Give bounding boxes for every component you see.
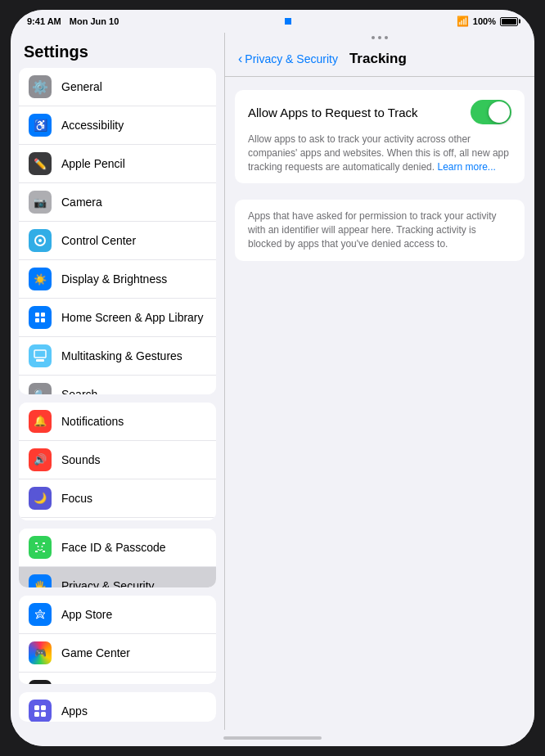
sidebar-item-camera[interactable]: 📷 Camera (19, 183, 216, 222)
privacy-security-icon: 🖐 (29, 574, 52, 587)
svg-rect-4 (35, 318, 39, 322)
display-label: Display & Brightness (61, 272, 167, 286)
sidebar-item-app-store[interactable]: A App Store (19, 596, 216, 634)
back-label: Privacy & Security (245, 52, 338, 65)
general-icon: ⚙️ (29, 75, 52, 98)
svg-rect-18 (41, 712, 46, 717)
sidebar-section-2: 🔔 Notifications 🔊 Sounds 🌙 Focus ⏱ Scree… (19, 403, 216, 521)
sidebar-item-display[interactable]: ☀️ Display & Brightness (19, 260, 216, 299)
apps-icon (29, 700, 52, 722)
game-center-label: Game Center (61, 646, 130, 659)
allow-tracking-toggle[interactable] (471, 100, 511, 124)
toggle-knob (489, 101, 510, 123)
notifications-label: Notifications (61, 415, 124, 428)
focus-icon: 🌙 (29, 487, 52, 510)
right-panel: ‹ Privacy & Security Tracking Allow Apps… (225, 33, 534, 730)
status-right: 📶 100% (457, 16, 518, 27)
sidebar-item-control-center[interactable]: Control Center (19, 222, 216, 260)
svg-rect-15 (34, 705, 39, 710)
back-button[interactable]: ‹ Privacy & Security (238, 52, 338, 66)
svg-point-12 (38, 546, 39, 547)
battery-fill (502, 19, 516, 25)
sidebar-item-wallet[interactable]: 💳 Wallet & Apple Pay (19, 673, 216, 684)
svg-rect-3 (41, 313, 45, 317)
sidebar-section-1: ⚙️ General ♿ Accessibility ✏️ Apple Penc… (19, 68, 216, 394)
home-screen-icon (29, 306, 52, 329)
game-center-icon: 🎮 (29, 641, 52, 664)
camera-icon: 📷 (29, 191, 52, 214)
control-center-label: Control Center (61, 234, 136, 247)
sidebar: Settings ⚙️ General ♿ Accessibility ✏️ A… (11, 33, 225, 730)
search-label: Search (61, 388, 97, 394)
sidebar-item-face-id[interactable]: Face ID & Passcode (19, 529, 216, 567)
sidebar-item-game-center[interactable]: 🎮 Game Center (19, 634, 216, 673)
battery-percent: 100% (473, 16, 496, 26)
privacy-security-label: Privacy & Security (61, 579, 155, 587)
home-indicator (11, 730, 534, 746)
svg-point-13 (42, 546, 43, 547)
multitasking-label: Multitasking & Gestures (61, 349, 182, 362)
sidebar-item-notifications[interactable]: 🔔 Notifications (19, 403, 216, 441)
sidebar-title: Settings (11, 33, 224, 68)
svg-text:A: A (38, 610, 43, 619)
apple-pencil-icon: ✏️ (29, 152, 52, 175)
sidebar-item-apple-pencil[interactable]: ✏️ Apple Pencil (19, 145, 216, 183)
main-content: Settings ⚙️ General ♿ Accessibility ✏️ A… (11, 33, 534, 730)
svg-rect-8 (35, 542, 38, 544)
app-store-label: App Store (61, 608, 112, 621)
sidebar-item-sounds[interactable]: 🔊 Sounds (19, 441, 216, 479)
app-store-icon: A (29, 603, 52, 626)
learn-more-link[interactable]: Learn more... (437, 161, 495, 173)
svg-rect-7 (36, 359, 44, 362)
status-bar: 9:41 AM Mon Jun 10 📶 100% (11, 10, 534, 33)
apple-pencil-label: Apple Pencil (61, 157, 125, 170)
sounds-label: Sounds (61, 453, 100, 466)
sidebar-item-home-screen[interactable]: Home Screen & App Library (19, 299, 216, 337)
svg-rect-17 (34, 712, 39, 717)
sidebar-section-5: Apps (19, 692, 216, 722)
status-left: 9:41 AM Mon Jun 10 (27, 16, 119, 26)
apps-label: Apps (61, 704, 88, 718)
sidebar-item-accessibility[interactable]: ♿ Accessibility (19, 106, 216, 145)
dot2 (378, 36, 381, 39)
top-dots (225, 33, 534, 41)
sidebar-item-search[interactable]: 🔍 Search (19, 376, 216, 394)
search-icon: 🔍 (29, 383, 52, 394)
tracking-apps-card: Apps that have asked for permission to t… (235, 200, 525, 260)
right-panel-title: Tracking (349, 51, 407, 67)
svg-point-1 (38, 239, 42, 242)
toggle-label: Allow Apps to Request to Track (248, 106, 418, 119)
sidebar-item-general[interactable]: ⚙️ General (19, 68, 216, 106)
svg-rect-16 (41, 705, 46, 710)
accessibility-icon: ♿ (29, 114, 52, 137)
face-id-icon (29, 536, 52, 559)
home-bar[interactable] (223, 736, 322, 740)
tracking-description: Allow apps to ask to track your activity… (248, 133, 511, 173)
right-panel-content: Allow Apps to Request to Track Allow app… (225, 77, 534, 730)
sidebar-item-focus[interactable]: 🌙 Focus (19, 479, 216, 518)
focus-label: Focus (61, 492, 92, 505)
camera-dot (285, 18, 291, 25)
home-screen-label: Home Screen & App Library (61, 311, 204, 324)
svg-rect-2 (35, 313, 39, 317)
svg-rect-11 (43, 551, 45, 552)
svg-rect-5 (41, 318, 45, 322)
battery-icon (500, 17, 518, 26)
notifications-icon: 🔔 (29, 410, 52, 433)
sidebar-item-multitasking[interactable]: Multitasking & Gestures (19, 337, 216, 376)
back-chevron-icon: ‹ (238, 52, 242, 66)
sidebar-item-apps[interactable]: Apps (19, 692, 216, 722)
display-icon: ☀️ (29, 268, 52, 290)
time: 9:41 AM (27, 16, 61, 26)
dot1 (372, 36, 375, 39)
control-center-icon (29, 229, 52, 252)
svg-rect-10 (35, 551, 38, 552)
sidebar-section-3: Face ID & Passcode 🖐 Privacy & Security (19, 529, 216, 587)
sidebar-item-screen-time[interactable]: ⏱ Screen Time (19, 518, 216, 521)
sidebar-item-privacy-security[interactable]: 🖐 Privacy & Security (19, 567, 216, 587)
toggle-row: Allow Apps to Request to Track (248, 100, 511, 124)
general-label: General (61, 80, 102, 93)
sidebar-section-4: A App Store 🎮 Game Center 💳 Wallet & App… (19, 596, 216, 684)
tracking-toggle-card: Allow Apps to Request to Track Allow app… (235, 90, 525, 183)
face-id-label: Face ID & Passcode (61, 541, 166, 554)
